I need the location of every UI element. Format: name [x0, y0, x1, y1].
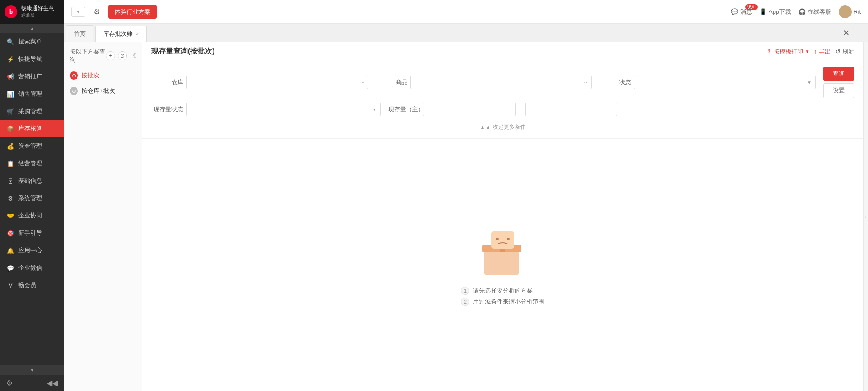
query-button[interactable]: 查询	[823, 67, 854, 81]
status-select[interactable]: ▼	[634, 76, 816, 89]
export-label: 导出	[819, 48, 831, 56]
nav-icon-13: 💬	[6, 264, 15, 272]
breadcrumb-dropdown[interactable]: ▼	[71, 7, 85, 17]
inventory-qty-max[interactable]	[525, 103, 618, 116]
inventory-qty-range: —	[423, 103, 618, 116]
print-label: 按模板打印	[774, 48, 803, 56]
message-button[interactable]: 💬 消息 99+	[731, 8, 752, 16]
goods-more-icon[interactable]: ···	[584, 79, 588, 86]
goods-input[interactable]	[413, 79, 584, 86]
status-dropdown-icon: ▼	[807, 80, 812, 85]
sidebar-item-企业协同[interactable]: 🤝 企业协同	[0, 207, 64, 224]
page-header: 现存量查询(按批次) 🖨 按模板打印 ▼ ↑ 导出 ↺ 刷新	[142, 42, 863, 61]
filter-actions: + ⊙ 《	[106, 51, 136, 60]
user-avatar-button[interactable]: Rit	[839, 5, 861, 18]
collapse-more-label: 收起更多条件	[493, 123, 526, 131]
nav-icon-8: 🗄	[6, 177, 15, 185]
app-title: 畅康通好生意	[21, 5, 54, 12]
right-scrollbar[interactable]: ›	[863, 42, 868, 391]
inventory-qty-min[interactable]	[423, 103, 516, 116]
sidebar-item-经营管理[interactable]: 📋 经营管理	[0, 155, 64, 172]
breadcrumb: ▼	[71, 7, 85, 17]
empty-tip-2: 2 用过滤条件来缩小分析范围	[461, 298, 544, 306]
export-icon: ↑	[814, 48, 818, 55]
empty-tips: 1 请先选择要分析的方案 2 用过滤条件来缩小分析范围	[461, 287, 544, 306]
topbar-right: 💬 消息 99+ 📱 App下载 🎧 在线客服 Rit	[731, 5, 861, 18]
collapse-sidebar-icon[interactable]: ◀◀	[47, 379, 58, 387]
filter-settings-button[interactable]: ⊙	[118, 51, 127, 60]
sidebar-item-营销推广[interactable]: 📢 营销推广	[0, 68, 64, 85]
filter-item-by-warehouse-batch[interactable]: ⊙ 按仓库+批次	[64, 83, 142, 99]
empty-illustration	[475, 224, 530, 279]
nav-icon-10: 🤝	[6, 212, 15, 220]
sidebar-item-企业微信[interactable]: 💬 企业微信	[0, 259, 64, 277]
tip-text-2: 用过滤条件来缩小分析范围	[473, 298, 544, 306]
refresh-button[interactable]: ↺ 刷新	[835, 48, 854, 56]
topbar: ▼ ⚙ 体验行业方案 💬 消息 99+ 📱 App下载 🎧 在线客服 Rit	[64, 0, 868, 24]
inventory-qty-field: 现存量（主） —	[388, 103, 618, 116]
sidebar-item-搜索菜单[interactable]: 🔍 搜索菜单	[0, 33, 64, 50]
print-button[interactable]: 🖨 按模板打印 ▼	[766, 48, 810, 56]
range-dash: —	[517, 106, 523, 113]
message-icon: 💬	[731, 8, 738, 15]
nav-icon-12: 🔔	[6, 246, 15, 255]
scrollbar-chevron: ›	[865, 214, 867, 219]
warehouse-input[interactable]	[189, 79, 360, 86]
sidebar-item-系统管理[interactable]: ⚙ 系统管理	[0, 190, 64, 207]
tab-inventory-batch[interactable]: 库存批次账 ×	[95, 26, 147, 42]
search-form: 仓库 ··· 商品 ···	[142, 61, 863, 139]
app-download-button[interactable]: 📱 App下载	[759, 8, 791, 16]
inventory-status-field: 现存量状态 ▼	[151, 103, 381, 116]
export-button[interactable]: ↑ 导出	[814, 48, 831, 56]
nav-label-13: 企业微信	[18, 264, 42, 272]
nav-label-2: 营销推广	[18, 72, 42, 81]
sidebar-item-应用中心[interactable]: 🔔 应用中心	[0, 242, 64, 259]
sidebar-item-新手引导[interactable]: 🎯 新手引导	[0, 224, 64, 242]
page-title: 现存量查询(按批次)	[151, 47, 215, 56]
sidebar-item-畅会员[interactable]: V 畅会员	[0, 277, 64, 294]
settings-icon[interactable]: ⚙	[6, 379, 13, 387]
collapse-filter-panel-button[interactable]: 《	[130, 52, 136, 60]
sidebar-item-基础信息[interactable]: 🗄 基础信息	[0, 172, 64, 190]
warehouse-more-icon[interactable]: ···	[360, 79, 365, 86]
tab-close-icon[interactable]: ×	[136, 31, 139, 37]
avatar	[839, 5, 852, 18]
sidebar-item-采购管理[interactable]: 🛒 采购管理	[0, 103, 64, 120]
tab-home[interactable]: 首页	[66, 25, 93, 42]
filter-item-icon-gray: ⊙	[70, 87, 78, 95]
nav-label-10: 企业协同	[18, 212, 42, 220]
nav-label-14: 畅会员	[18, 281, 36, 289]
tip-text-1: 请先选择要分析的方案	[473, 287, 533, 295]
nav-icon-7: 📋	[6, 159, 15, 168]
refresh-label: 刷新	[842, 48, 854, 56]
empty-svg-icon	[475, 224, 530, 279]
add-filter-button[interactable]: +	[106, 51, 115, 60]
settings-gear-icon[interactable]: ⚙	[91, 6, 103, 18]
goods-field: 商品 ···	[375, 76, 592, 89]
goods-input-wrapper: ···	[410, 76, 592, 89]
settings-button[interactable]: 设置	[823, 83, 854, 98]
sidebar-item-库存核算[interactable]: 📦 库存核算	[0, 120, 64, 137]
sidebar-scroll-down[interactable]: ▼	[0, 365, 64, 375]
inventory-status-select[interactable]: ▼	[186, 103, 381, 116]
sidebar-item-资金管理[interactable]: 💰 资金管理	[0, 137, 64, 155]
main-area: ▼ ⚙ 体验行业方案 💬 消息 99+ 📱 App下载 🎧 在线客服 Rit	[64, 0, 868, 391]
nav-label-3: 销售管理	[18, 90, 42, 98]
inventory-qty-label: 现存量（主）	[388, 105, 420, 114]
refresh-icon: ↺	[835, 48, 841, 55]
inventory-status-dropdown-icon: ▼	[372, 107, 377, 112]
nav-label-8: 基础信息	[18, 177, 42, 185]
close-all-tabs-button[interactable]: ✕	[843, 28, 850, 38]
filter-item-by-batch[interactable]: ⊙ 按批次	[64, 68, 142, 83]
collapse-more-button[interactable]: ▲▲ 收起更多条件	[151, 121, 854, 133]
sidebar-item-快捷导航[interactable]: ⚡ 快捷导航	[0, 50, 64, 68]
nav-label-1: 快捷导航	[18, 55, 42, 63]
online-service-button[interactable]: 🎧 在线客服	[798, 8, 831, 16]
message-badge: 99+	[745, 4, 758, 10]
sidebar-item-销售管理[interactable]: 📊 销售管理	[0, 85, 64, 103]
svg-point-5	[507, 238, 510, 240]
nav-label-7: 经营管理	[18, 159, 42, 168]
industry-solution-button[interactable]: 体验行业方案	[108, 5, 157, 19]
nav-icon-9: ⚙	[6, 194, 15, 202]
sidebar-scroll-up[interactable]: ▲	[0, 24, 64, 33]
